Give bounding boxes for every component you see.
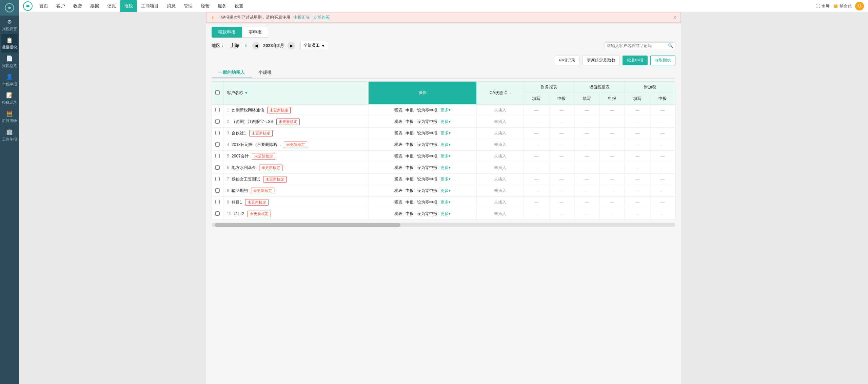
sidebar-item-5[interactable]: 🧮汇算清缴 bbox=[1, 107, 18, 126]
op-link-more-0[interactable]: 更多▾ bbox=[440, 108, 451, 112]
op-link-zero-8[interactable]: 设为零申报 bbox=[417, 200, 437, 205]
row-cb-6[interactable] bbox=[215, 177, 220, 181]
subtab-0[interactable]: 一般的纳税人 bbox=[212, 67, 252, 78]
op-link-taxform-8[interactable]: 税表 bbox=[394, 200, 402, 205]
row-checkbox-7[interactable] bbox=[212, 185, 223, 197]
row-cb-0[interactable] bbox=[215, 108, 220, 112]
row-cb-4[interactable] bbox=[215, 154, 220, 158]
topnav-item-9[interactable]: 经营 bbox=[197, 0, 214, 12]
row-cb-7[interactable] bbox=[215, 188, 220, 193]
op-link-more-6[interactable]: 更多▾ bbox=[440, 177, 451, 182]
notice-close-button[interactable]: × bbox=[673, 15, 676, 21]
op-link-declare-5[interactable]: 申报 bbox=[406, 165, 414, 170]
op-link-taxform-9[interactable]: 税表 bbox=[394, 211, 402, 216]
search-icon[interactable]: 🔍 bbox=[668, 43, 673, 48]
sidebar-item-1[interactable]: 📋批量报税 bbox=[1, 34, 18, 52]
topnav-item-11[interactable]: 设置 bbox=[231, 0, 248, 12]
row-cb-8[interactable] bbox=[215, 200, 220, 204]
topnav-item-5[interactable]: 报税 bbox=[120, 0, 137, 12]
sidebar-item-4[interactable]: 📝报税记录 bbox=[1, 89, 18, 107]
op-link-taxform-7[interactable]: 税表 bbox=[394, 188, 402, 193]
row-checkbox-8[interactable] bbox=[212, 197, 223, 208]
op-link-zero-0[interactable]: 设为零申报 bbox=[417, 108, 437, 112]
topnav-item-6[interactable]: 工商项目 bbox=[137, 0, 163, 12]
row-checkbox-1[interactable] bbox=[212, 116, 223, 128]
op-link-zero-9[interactable]: 设为零申报 bbox=[417, 211, 437, 216]
avatar[interactable]: U bbox=[855, 2, 864, 10]
op-link-declare-9[interactable]: 申报 bbox=[406, 211, 414, 216]
row-checkbox-0[interactable] bbox=[212, 105, 223, 116]
row-checkbox-4[interactable] bbox=[212, 151, 223, 162]
op-link-declare-3[interactable]: 申报 bbox=[406, 142, 414, 147]
sort-icon[interactable]: ▼ bbox=[244, 90, 248, 95]
op-link-declare-2[interactable]: 申报 bbox=[406, 131, 414, 135]
op-link-declare-6[interactable]: 申报 bbox=[406, 177, 414, 182]
fullscreen-button[interactable]: ⛶ 全屏 bbox=[816, 3, 830, 9]
op-link-more-8[interactable]: 更多▾ bbox=[440, 200, 451, 205]
op-link-taxform-4[interactable]: 税表 bbox=[394, 154, 402, 158]
update-quota-button[interactable]: 更新统定及取数 bbox=[583, 56, 620, 65]
row-checkbox-9[interactable] bbox=[212, 208, 223, 220]
op-link-declare-1[interactable]: 申报 bbox=[406, 119, 414, 124]
row-cb-5[interactable] bbox=[215, 165, 220, 170]
sidebar-item-6[interactable]: 🏢工商年报 bbox=[1, 126, 18, 144]
date-next-button[interactable]: ▶ bbox=[288, 42, 295, 49]
op-link-taxform-1[interactable]: 税表 bbox=[394, 119, 402, 124]
subtab-1[interactable]: 小规模 bbox=[252, 67, 278, 78]
main-tab-0[interactable]: 税款申报 bbox=[212, 27, 242, 38]
search-input[interactable] bbox=[607, 43, 668, 48]
op-link-more-5[interactable]: 更多▾ bbox=[440, 165, 451, 170]
main-tab-1[interactable]: 零申报 bbox=[242, 27, 268, 38]
op-link-zero-5[interactable]: 设为零申报 bbox=[417, 165, 437, 170]
op-link-zero-2[interactable]: 设为零申报 bbox=[417, 131, 437, 135]
op-link-declare-4[interactable]: 申报 bbox=[406, 154, 414, 158]
topnav-item-2[interactable]: 收费 bbox=[69, 0, 86, 12]
staff-select[interactable]: 全部员工 ▼ bbox=[300, 41, 328, 50]
notice-link2[interactable]: 立即购买 bbox=[313, 15, 330, 20]
batch-declare-button[interactable]: 批量申报 bbox=[623, 56, 648, 65]
select-all-checkbox[interactable] bbox=[215, 90, 220, 95]
topnav-item-0[interactable]: 首页 bbox=[35, 0, 52, 12]
op-link-taxform-6[interactable]: 税表 bbox=[394, 177, 402, 182]
row-checkbox-6[interactable] bbox=[212, 174, 223, 185]
row-cb-3[interactable] bbox=[215, 142, 220, 147]
op-link-taxform-5[interactable]: 税表 bbox=[394, 165, 402, 170]
notice-link1[interactable]: 申报汇签 bbox=[294, 15, 310, 20]
op-link-declare-7[interactable]: 申报 bbox=[406, 188, 414, 193]
op-link-more-4[interactable]: 更多▾ bbox=[440, 154, 451, 158]
op-link-more-9[interactable]: 更多▾ bbox=[440, 211, 451, 216]
topnav-item-10[interactable]: 服务 bbox=[214, 0, 231, 12]
op-link-zero-4[interactable]: 设为零申报 bbox=[417, 154, 437, 158]
op-link-zero-1[interactable]: 设为零申报 bbox=[417, 119, 437, 124]
op-link-zero-6[interactable]: 设为零申报 bbox=[417, 177, 437, 182]
row-checkbox-2[interactable] bbox=[212, 128, 223, 139]
op-link-more-1[interactable]: 更多▾ bbox=[440, 119, 451, 124]
row-checkbox-5[interactable] bbox=[212, 162, 223, 174]
retrieve-button[interactable]: 收取回执 bbox=[650, 56, 675, 65]
op-link-more-3[interactable]: 更多▾ bbox=[440, 142, 451, 147]
sidebar-item-3[interactable]: 👤个税申报 bbox=[1, 71, 18, 89]
horizontal-scrollbar[interactable] bbox=[212, 223, 675, 227]
row-checkbox-3[interactable] bbox=[212, 139, 223, 151]
apply-record-button[interactable]: 申报记录 bbox=[555, 56, 580, 65]
op-link-taxform-0[interactable]: 税表 bbox=[394, 108, 402, 112]
op-link-more-7[interactable]: 更多▾ bbox=[440, 188, 451, 193]
topnav-item-1[interactable]: 客户 bbox=[52, 0, 69, 12]
topnav-item-4[interactable]: 记账 bbox=[103, 0, 120, 12]
topnav-item-3[interactable]: 票据 bbox=[86, 0, 103, 12]
sidebar-item-2[interactable]: 📄报税总览 bbox=[1, 52, 18, 71]
member-button[interactable]: 👑 畅会员 bbox=[833, 3, 852, 9]
row-cb-1[interactable] bbox=[215, 119, 220, 124]
date-prev-button[interactable]: ◀ bbox=[252, 42, 260, 49]
topnav-item-8[interactable]: 管理 bbox=[180, 0, 197, 12]
sidebar-item-0[interactable]: ⚙报税设置 bbox=[1, 16, 18, 34]
op-link-more-2[interactable]: 更多▾ bbox=[440, 131, 451, 135]
region-info-icon[interactable]: ℹ bbox=[245, 43, 247, 48]
op-link-zero-7[interactable]: 设为零申报 bbox=[417, 188, 437, 193]
op-link-zero-3[interactable]: 设为零申报 bbox=[417, 142, 437, 147]
op-link-declare-8[interactable]: 申报 bbox=[406, 200, 414, 205]
row-cb-9[interactable] bbox=[215, 211, 220, 216]
op-link-taxform-2[interactable]: 税表 bbox=[394, 131, 402, 135]
op-link-declare-0[interactable]: 申报 bbox=[406, 108, 414, 112]
row-cb-2[interactable] bbox=[215, 131, 220, 135]
